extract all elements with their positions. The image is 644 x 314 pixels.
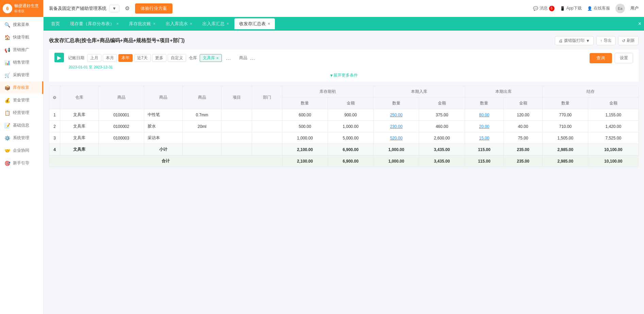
export-button[interactable]: ↑ 导出 bbox=[596, 36, 615, 45]
table-cell: 1,000.00 bbox=[282, 132, 328, 144]
tab-summary-close[interactable]: × bbox=[227, 21, 229, 26]
sidebar-label-sales: 销售管理 bbox=[13, 60, 29, 65]
tab-flow-close[interactable]: × bbox=[190, 21, 192, 26]
sidebar-item-operation[interactable]: 📋 经营管理 bbox=[0, 106, 43, 119]
sidebar-item-inventory[interactable]: 📦 库存核算 bbox=[0, 81, 43, 94]
tab-home[interactable]: 首页 bbox=[46, 18, 65, 29]
table-cell bbox=[252, 144, 282, 155]
logo-title: 畅捷通好生意 bbox=[14, 3, 39, 9]
tab-batch[interactable]: 库存批次账 × bbox=[124, 18, 160, 29]
table-cell[interactable]: 520.00 bbox=[374, 132, 419, 144]
warehouse-tag[interactable]: 文具库 × bbox=[200, 54, 222, 62]
warehouse-label: 仓库 bbox=[189, 55, 197, 61]
settings-button[interactable]: 设置 bbox=[615, 53, 633, 63]
footer-opening-qty: 2,100.00 bbox=[282, 155, 328, 167]
table-cell[interactable]: 15.00 bbox=[465, 132, 503, 144]
th-balance-qty: 数量 bbox=[543, 98, 588, 109]
close-all-tabs[interactable]: × bbox=[638, 21, 641, 27]
sidebar-label-search: 搜索菜单 bbox=[13, 22, 29, 28]
footer-out-amt: 235.00 bbox=[503, 155, 542, 167]
marketing-icon: 📢 bbox=[4, 47, 10, 53]
print-icon: 🖨 bbox=[559, 38, 563, 43]
sidebar-label-operation: 经营管理 bbox=[13, 110, 29, 116]
th-goods-name: 商品 bbox=[144, 86, 183, 109]
sidebar-item-marketing[interactable]: 📢 营销推广 bbox=[0, 44, 43, 56]
table-cell: 胶水 bbox=[144, 121, 183, 132]
sidebar-item-purchase[interactable]: 🛒 采购管理 bbox=[0, 69, 43, 81]
print-button[interactable]: 🖨 拨错版打印 ▼ bbox=[555, 36, 594, 45]
table-cell[interactable]: 20.00 bbox=[465, 121, 503, 132]
sidebar-item-search[interactable]: 🔍 搜索菜单 bbox=[0, 18, 43, 31]
purchase-icon: 🛒 bbox=[4, 72, 10, 78]
date-btn-this-month[interactable]: 本月 bbox=[103, 54, 117, 62]
warehouse-tag-close-icon[interactable]: × bbox=[216, 56, 219, 61]
table-cell: 中性笔 bbox=[144, 109, 183, 121]
table-cell: 3,435.00 bbox=[419, 144, 465, 155]
warehouse-more-dots[interactable]: ... bbox=[226, 54, 231, 62]
sidebar-label-finance: 资金管理 bbox=[13, 97, 29, 103]
table-row: 2文具库0100002胶水20ml500.001,000.00230.00460… bbox=[49, 121, 639, 132]
table-cell bbox=[183, 132, 221, 144]
sidebar-item-finance[interactable]: 💰 资金管理 bbox=[0, 94, 43, 106]
footer-opening-amt: 6,900.00 bbox=[328, 155, 373, 167]
sidebar-item-guide[interactable]: 🎯 新手引导 bbox=[0, 157, 43, 169]
sidebar-item-system[interactable]: ⚙️ 系统管理 bbox=[0, 132, 43, 144]
search-icon: 🔍 bbox=[4, 22, 10, 28]
table-cell: 0.7mm bbox=[183, 109, 221, 121]
gear-icon[interactable]: ⚙ bbox=[122, 3, 132, 14]
footer-out-qty: 115.00 bbox=[465, 155, 503, 167]
table-cell: 1,000.00 bbox=[328, 121, 373, 132]
th-in-amt: 金额 bbox=[419, 98, 465, 109]
sys-dropdown[interactable]: ▼ bbox=[109, 5, 119, 12]
header-actions: 🖨 拨错版打印 ▼ ↑ 导出 ↺ 刷新 bbox=[555, 36, 639, 45]
msg-action[interactable]: 💬 消息 6 bbox=[533, 5, 555, 11]
system-icon: ⚙️ bbox=[4, 135, 10, 141]
sidebar-label-inventory: 库存核算 bbox=[13, 85, 29, 90]
export-label: 导出 bbox=[604, 38, 612, 44]
filter-bar: ▶ 记账日期 上月 本月 本年 近7天 更多 自定义 仓库 bbox=[49, 49, 639, 82]
filter-toggle[interactable]: ▶ bbox=[54, 53, 64, 62]
sidebar-item-collab[interactable]: 🤝 企业协同 bbox=[0, 144, 43, 157]
tab-batch-close[interactable]: × bbox=[153, 21, 155, 26]
date-btn-more[interactable]: 更多 bbox=[152, 54, 166, 62]
table-cell: 375.00 bbox=[419, 109, 465, 121]
table-cell: 75.00 bbox=[503, 132, 542, 144]
table-cell[interactable]: 250.00 bbox=[374, 109, 419, 121]
table-cell[interactable]: 80.00 bbox=[465, 109, 503, 121]
inventory-icon: 📦 bbox=[4, 85, 10, 90]
trial-button[interactable]: 体验行业方案 bbox=[135, 3, 172, 14]
date-btn-custom[interactable]: 自定义 bbox=[168, 54, 186, 62]
refresh-button[interactable]: ↺ 刷新 bbox=[618, 36, 639, 45]
table-cell[interactable]: 230.00 bbox=[374, 121, 419, 132]
service-label: 在线客服 bbox=[594, 5, 610, 11]
query-button[interactable]: 查询 bbox=[590, 53, 612, 63]
user-label: 用户 bbox=[630, 5, 639, 11]
tab-flow-label: 出入库流水 bbox=[166, 21, 188, 27]
tab-recv-send[interactable]: 收发存汇总表 × bbox=[234, 18, 275, 29]
date-btn-last-month[interactable]: 上月 bbox=[87, 54, 101, 62]
th-balance-amt: 金额 bbox=[588, 98, 639, 109]
service-action[interactable]: 👤 在线客服 bbox=[587, 5, 610, 11]
app-download-action[interactable]: 📱 App下载 bbox=[560, 5, 582, 11]
date-btn-7days[interactable]: 近7天 bbox=[134, 54, 151, 62]
sidebar-item-quicknav[interactable]: 🏠 快捷导航 bbox=[0, 31, 43, 44]
sidebar-item-sales[interactable]: 📊 销售管理 bbox=[0, 56, 43, 69]
goods-more-dots[interactable]: ... bbox=[250, 54, 255, 62]
tab-stock-dist[interactable]: 现存量（库存分布表） × bbox=[65, 18, 123, 29]
tab-flow[interactable]: 出入库流水 × bbox=[161, 18, 197, 29]
table-cell: 5,000.00 bbox=[328, 132, 373, 144]
logo-icon: 6 bbox=[3, 4, 12, 13]
avatar[interactable]: Ea bbox=[615, 4, 625, 13]
expand-more-btn[interactable]: ▼ 展开更多条件 bbox=[54, 72, 633, 78]
tab-recv-send-close[interactable]: × bbox=[268, 21, 270, 26]
tab-stock-dist-close[interactable]: × bbox=[116, 21, 119, 26]
warehouse-tag-name: 文具库 bbox=[203, 55, 215, 61]
th-goods-spec: 商品 bbox=[183, 86, 221, 109]
msg-badge: 6 bbox=[549, 6, 555, 11]
tab-summary[interactable]: 出入库汇总 × bbox=[198, 18, 234, 29]
date-btn-this-year[interactable]: 本年 bbox=[118, 54, 133, 62]
sidebar-item-basic[interactable]: 📝 基础信息 bbox=[0, 119, 43, 132]
footer-balance-qty: 2,985.00 bbox=[543, 155, 588, 167]
topbar-left: 装备及固定资产辅助管理系统 ▼ ⚙ 体验行业方案 bbox=[49, 3, 172, 14]
logo-sub: 标准版 bbox=[14, 9, 39, 14]
